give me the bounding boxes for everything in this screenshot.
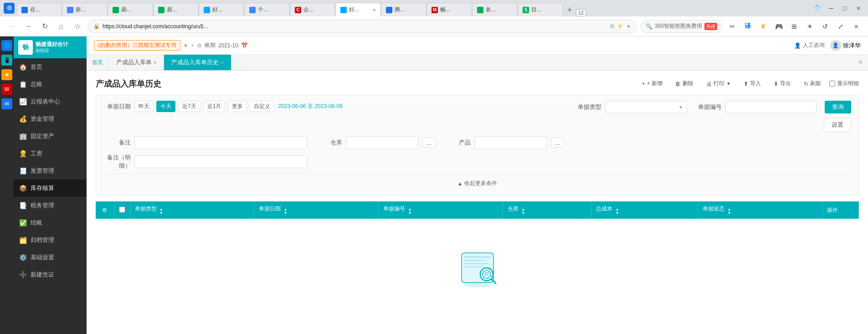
tab-list[interactable]: 产成品入库单 × [109, 55, 164, 70]
tab-close-8[interactable]: × [373, 7, 376, 13]
browser-tab-8[interactable]: 好... × [335, 3, 381, 16]
back-button[interactable]: ← [5, 20, 18, 33]
browser-tab-6[interactable]: 个... [244, 3, 290, 16]
settings-icon[interactable]: ⚙ [197, 42, 202, 49]
browser-tab-7[interactable]: C 企... [290, 3, 335, 16]
sidebar-item-assets[interactable]: 🏢 固定资产 [14, 128, 87, 145]
user-info[interactable]: 👤 徐泽华 [830, 40, 861, 51]
query-button[interactable]: 查询 [825, 101, 851, 113]
refresh-button[interactable]: ↻ [38, 20, 51, 33]
warehouse-ellipsis-btn[interactable]: ... [422, 138, 436, 148]
import-button[interactable]: ⬆ 导入 [739, 78, 765, 89]
collapse-button[interactable]: ▲ 收起更多条件 [455, 177, 500, 190]
filter-settings-button[interactable]: 设置 [824, 118, 851, 132]
delete-button[interactable]: 🗑 删除 [671, 78, 698, 89]
docno-input[interactable] [725, 101, 817, 113]
sidebar-item-ledger[interactable]: 📋 总账 [14, 76, 87, 93]
browser-app-icon[interactable]: ⦿ [4, 3, 15, 14]
warehouse-select[interactable] [346, 136, 419, 149]
col-total-cost[interactable]: 总成本 ▲▼ [591, 201, 698, 219]
export-button[interactable]: ⬇ 导出 [769, 78, 796, 89]
calendar-icon[interactable]: 📅 [241, 42, 248, 49]
add-button[interactable]: + + 新增 [637, 78, 667, 89]
show-fields-checkbox[interactable] [829, 81, 835, 87]
date-btn-1month[interactable]: 近1月 [203, 101, 226, 112]
date-btn-custom[interactable]: 自定义 [250, 101, 274, 112]
quick-icon-app[interactable]: 📱 [1, 55, 12, 66]
breadcrumb-home[interactable]: 首页 [92, 59, 103, 66]
browser-titlebar: ⦿ 在... 新... 易... 易... [0, 0, 868, 16]
add-company-btn[interactable]: + [191, 42, 194, 49]
sidebar-item-new-voucher[interactable]: ➕ 新建凭证 [14, 266, 87, 283]
col-gear[interactable]: ⚙ [96, 201, 114, 219]
sidebar-item-tax[interactable]: 📑 税务管理 [14, 197, 87, 214]
browser-tab-2[interactable]: 新... [62, 3, 108, 16]
new-tab-button[interactable]: + [563, 4, 576, 16]
refresh-button-action[interactable]: ↻ 刷新 [799, 78, 826, 89]
quick-icon-weibo[interactable]: W [1, 84, 12, 95]
select-all-checkbox[interactable] [119, 206, 125, 213]
sidebar-item-inventory[interactable]: 📦 库存核算 [14, 180, 87, 197]
user-service-btn[interactable]: 👤 人工咨询 [794, 41, 825, 49]
tab-history-close[interactable]: × [221, 60, 223, 65]
browser-tab-5[interactable]: 好... [199, 3, 244, 16]
date-btn-7days[interactable]: 近7天 [178, 101, 200, 112]
col-doc-no[interactable]: 单据编号 ▲▼ [379, 201, 503, 219]
shirt-icon[interactable]: 👕 [811, 2, 823, 15]
tab-history[interactable]: 产成品入库单历史 × [164, 55, 231, 70]
bookmark-button[interactable]: ☆ [71, 20, 84, 33]
browser-tab-1[interactable]: 在... [16, 3, 62, 16]
quick-icon-chanjet[interactable]: 🌐 [1, 40, 12, 51]
date-btn-more[interactable]: 更多 [228, 101, 247, 112]
browser-tab-10[interactable]: M 畅... [426, 3, 472, 16]
col-doc-status[interactable]: 单据状态 ▲▼ [698, 201, 822, 219]
quick-icon-star[interactable]: ★ [1, 69, 12, 80]
browser-tab-12[interactable]: S 目... [518, 3, 563, 16]
minimize-button[interactable]: ─ [825, 2, 837, 14]
grid-icon[interactable]: ⊞ [788, 20, 801, 33]
sidebar-item-basic[interactable]: ⚙️ 基础设置 [14, 249, 87, 266]
close-tab-panel-button[interactable]: × [853, 58, 868, 67]
browser-tab-3[interactable]: 易... [108, 3, 153, 16]
remark-input[interactable] [134, 136, 308, 149]
browser-tab-11[interactable]: 各... [472, 3, 518, 16]
product-select[interactable] [474, 136, 547, 149]
doctype-select[interactable]: ▼ [605, 101, 687, 113]
sidebar-item-archive[interactable]: 🗂️ 归档管理 [14, 231, 87, 249]
col-doc-date[interactable]: 单据日期 ▲▼ [254, 201, 379, 219]
maximize-button[interactable]: □ [839, 2, 851, 14]
translate-icon[interactable]: 译 [741, 20, 754, 33]
sidebar-item-finance[interactable]: 💰 资金管理 [14, 110, 87, 128]
date-btn-yesterday[interactable]: 昨天 [134, 101, 154, 112]
tab-count[interactable]: 12 [576, 9, 586, 16]
col-doc-type[interactable]: 单据类型 ▲▼ [130, 201, 254, 219]
browser-tab-9[interactable]: 腾... [381, 3, 426, 16]
search-bar[interactable]: 🔍 360智能抠图免费用 热搜 [641, 20, 722, 33]
product-ellipsis-btn[interactable]: ... [551, 138, 565, 148]
forward-button[interactable]: → [22, 20, 35, 33]
sidebar-item-home[interactable]: 🏠 首页 [14, 58, 87, 76]
remark-detail-input[interactable] [134, 155, 308, 168]
yen-icon[interactable]: ¥ [757, 20, 770, 33]
sidebar-item-payroll[interactable]: 👷 工资 [14, 145, 87, 162]
home-button[interactable]: ⌂ [55, 20, 67, 33]
close-window-button[interactable]: × [853, 2, 864, 14]
col-warehouse[interactable]: 仓库 ▲▼ [503, 201, 591, 219]
chevron-down-icon[interactable]: ▼ [626, 24, 631, 29]
scissors-icon[interactable]: ✂ [726, 20, 739, 33]
sidebar-item-invoice[interactable]: 🧾 发票管理 [14, 162, 87, 180]
expand-icon[interactable]: ⤢ [834, 20, 847, 33]
browser-tab-4[interactable]: 易... [153, 3, 199, 16]
sidebar-item-report[interactable]: 📈 云报表中心 [14, 93, 87, 110]
print-button[interactable]: 🖨 打印 ▼ [702, 78, 735, 89]
address-bar[interactable]: 🔒 https://cloud.chanjet.com/accounting/u… [87, 20, 637, 33]
date-btn-today[interactable]: 今天 [156, 101, 175, 112]
tab-list-close[interactable]: × [154, 60, 156, 65]
sun-icon[interactable]: ☀ [803, 20, 816, 33]
sidebar-item-checkout[interactable]: ✅ 结账 [14, 214, 87, 231]
game-icon[interactable]: 🎮 [772, 20, 785, 33]
quick-icon-mail[interactable]: ✉ [1, 98, 12, 109]
period-dropdown-arrow[interactable]: ▼ [183, 43, 188, 48]
rotate-left-icon[interactable]: ↺ [819, 20, 832, 33]
menu-icon[interactable]: ≡ [850, 20, 863, 33]
